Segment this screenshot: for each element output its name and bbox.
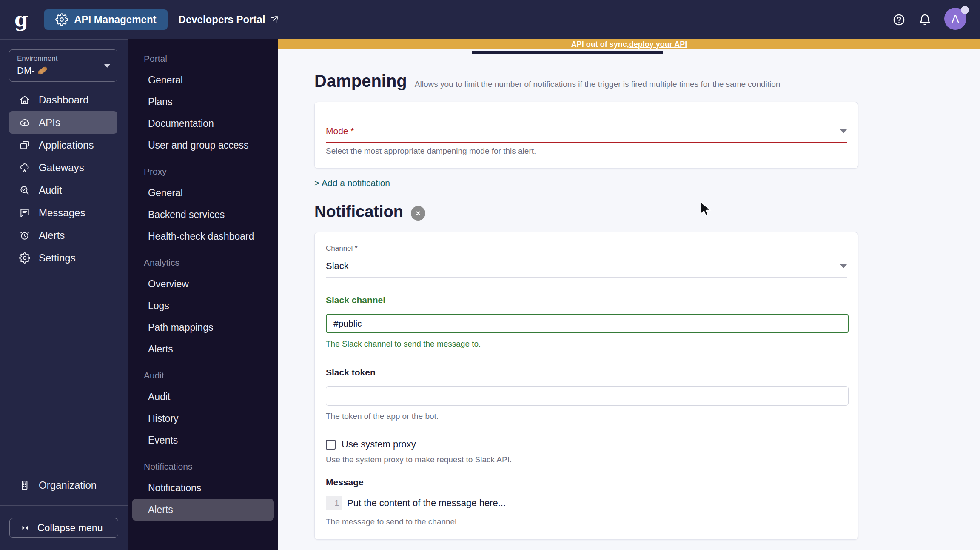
environment-value: DM- (17, 65, 35, 76)
remove-notification-button[interactable] (411, 206, 425, 221)
api-management-button[interactable]: API Management (44, 9, 167, 30)
divider (0, 505, 128, 506)
section-header-audit: Audit (128, 364, 278, 386)
use-system-proxy-checkbox[interactable] (326, 440, 336, 450)
mode-select[interactable]: Mode * (326, 126, 847, 143)
chevron-down-icon (840, 129, 847, 133)
use-system-proxy-row[interactable]: Use system proxy (326, 439, 847, 450)
notification-title: Notification (314, 203, 403, 221)
slack-channel-input[interactable] (326, 314, 849, 333)
subnav-logs[interactable]: Logs (132, 295, 274, 317)
chevron-down-icon (104, 64, 110, 68)
subnav-history[interactable]: History (132, 408, 274, 430)
sidebar-item-label: Applications (39, 139, 94, 151)
sidebar-item-label: Dashboard (39, 94, 88, 106)
deploy-your-api-link[interactable]: deploy your API (629, 40, 687, 49)
subnav-portal-general[interactable]: General (132, 69, 274, 91)
subnav-events[interactable]: Events (132, 430, 274, 451)
use-system-proxy-label: Use system proxy (342, 439, 416, 450)
environment-selector[interactable]: Environment DM- (9, 49, 117, 82)
subnav-healthcheck-dashboard[interactable]: Health-check dashboard (132, 226, 274, 247)
sidebar-item-label: Alerts (39, 229, 65, 241)
mode-hint: Select the most appropriate dampening mo… (326, 146, 847, 156)
api-management-label: API Management (74, 14, 156, 26)
section-header-portal: Portal (128, 48, 278, 69)
sidebar-item-label: APIs (39, 117, 60, 129)
primary-sidebar: Environment DM- Dashboard APIs Applicati… (0, 39, 128, 550)
slack-token-hint: The token of the app or the bot. (326, 412, 847, 421)
notification-card: Channel * Slack Slack channel The Slack … (314, 232, 858, 540)
top-bar: g API Management Developers Portal A (0, 0, 980, 39)
slack-token-label: Slack token (326, 367, 847, 378)
collapse-menu-button[interactable]: Collapse menu (9, 518, 118, 538)
gravitee-logo[interactable]: g (14, 10, 28, 29)
editor-content: Put the content of the message here... (342, 496, 506, 510)
api-settings-sidebar: Portal General Plans Documentation User … (128, 39, 278, 550)
section-header-analytics: Analytics (128, 252, 278, 273)
slack-channel-hint: The Slack channel to send the message to… (326, 339, 847, 349)
sidebar-item-audit[interactable]: Audit (9, 179, 117, 201)
sidebar-item-messages[interactable]: Messages (9, 201, 117, 224)
slack-channel-label: Slack channel (326, 295, 847, 305)
bell-icon (918, 13, 932, 26)
channel-label: Channel * (326, 244, 847, 253)
slack-token-input[interactable] (326, 386, 849, 406)
gear-icon (19, 252, 30, 264)
help-button[interactable] (892, 13, 906, 26)
api-management-gear-icon (55, 13, 68, 26)
channel-select[interactable]: Slack (326, 261, 847, 278)
sidebar-item-label: Organization (39, 479, 97, 491)
use-system-proxy-hint: Use the system proxy to make request to … (326, 455, 847, 464)
editor-line-number: 1 (326, 496, 342, 510)
collapse-menu-label: Collapse menu (37, 522, 103, 534)
collapse-icon (20, 523, 30, 533)
alarm-clock-icon (19, 230, 30, 241)
subnav-path-mappings[interactable]: Path mappings (132, 317, 274, 338)
subnav-user-group-access[interactable]: User and group access (132, 135, 274, 156)
gateway-cloud-icon (19, 162, 30, 173)
environment-label: Environment (17, 54, 110, 63)
dampening-subtitle: Allows you to limit the number of notifi… (415, 80, 781, 89)
subnav-notification-alerts[interactable]: Alerts (132, 499, 274, 521)
subnav-overview[interactable]: Overview (132, 273, 274, 295)
sidebar-item-label: Audit (39, 184, 62, 196)
user-menu[interactable]: A (944, 8, 968, 32)
sidebar-item-gateways[interactable]: Gateways (9, 156, 117, 179)
sidebar-item-apis[interactable]: APIs (9, 111, 117, 134)
subnav-notifications[interactable]: Notifications (132, 477, 274, 499)
api-out-of-sync-banner: API out of sync, deploy your API (278, 39, 980, 49)
sidebar-item-label: Gateways (39, 162, 84, 174)
sidebar-item-dashboard[interactable]: Dashboard (9, 89, 117, 111)
sidebar-item-alerts[interactable]: Alerts (9, 224, 117, 246)
external-link-icon (270, 15, 279, 24)
subnav-analytics-alerts[interactable]: Alerts (132, 338, 274, 360)
subnav-backend-services[interactable]: Backend services (132, 204, 274, 226)
subnav-proxy-general[interactable]: General (132, 182, 274, 204)
message-hint: The message to send to the channel (326, 517, 847, 527)
subnav-plans[interactable]: Plans (132, 91, 274, 113)
building-icon (19, 480, 30, 491)
scroll-position-indicator (472, 51, 663, 54)
sidebar-item-label: Messages (39, 207, 85, 219)
sidebar-item-applications[interactable]: Applications (9, 134, 117, 156)
status-dot (961, 6, 969, 14)
magnifier-check-icon (19, 185, 30, 196)
sidebar-item-settings[interactable]: Settings (9, 246, 117, 269)
subnav-audit[interactable]: Audit (132, 386, 274, 408)
help-icon (892, 13, 906, 26)
main-content: API out of sync, deploy your API Dampeni… (278, 39, 980, 550)
chevron-down-icon (840, 264, 847, 268)
dampening-title: Dampening (314, 72, 407, 91)
message-label: Message (326, 477, 847, 487)
subnav-documentation[interactable]: Documentation (132, 113, 274, 135)
channel-value: Slack (326, 261, 349, 272)
developers-portal-link[interactable]: Developers Portal (179, 14, 279, 26)
notifications-button[interactable] (918, 13, 932, 26)
section-header-proxy: Proxy (128, 160, 278, 182)
close-icon (414, 209, 422, 217)
add-notification-link[interactable]: > Add a notification (314, 178, 390, 188)
message-editor[interactable]: 1 Put the content of the message here... (326, 496, 847, 510)
applications-icon (19, 140, 30, 151)
sidebar-item-organization[interactable]: Organization (0, 465, 128, 505)
dampening-card: Mode * Select the most appropriate dampe… (314, 102, 858, 169)
